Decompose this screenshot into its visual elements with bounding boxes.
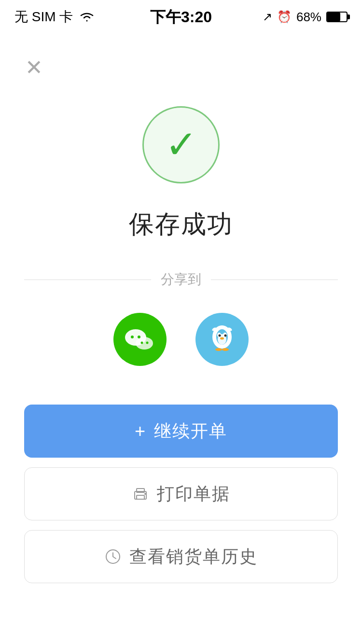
history-button[interactable]: 查看销货单历史	[24, 530, 338, 583]
wechat-icon	[123, 325, 157, 354]
svg-point-15	[222, 348, 229, 351]
success-title: 保存成功	[129, 208, 233, 241]
svg-point-11	[219, 335, 221, 337]
battery-icon	[326, 12, 348, 22]
svg-point-4	[141, 342, 143, 344]
no-sim-label: 无 SIM 卡	[14, 8, 73, 26]
status-right: ↗ ⏰ 68%	[263, 10, 348, 25]
print-label: 打印单据	[157, 482, 230, 506]
checkmark-icon: ✓	[165, 126, 197, 164]
svg-point-5	[146, 342, 149, 344]
share-section: 分享到	[24, 270, 338, 289]
print-icon	[132, 485, 149, 503]
success-circle: ✓	[142, 106, 220, 183]
svg-point-2	[131, 336, 134, 338]
share-label: 分享到	[161, 270, 201, 289]
svg-point-3	[138, 336, 140, 338]
status-left: 无 SIM 卡	[14, 8, 95, 26]
print-button[interactable]: 打印单据	[24, 467, 338, 520]
plus-icon: +	[135, 421, 146, 442]
svg-point-13	[220, 337, 224, 340]
share-line-left	[24, 280, 151, 280]
share-qq-button[interactable]	[195, 313, 249, 366]
svg-point-14	[215, 348, 222, 351]
status-time: 下午3:20	[150, 7, 212, 28]
main-content: ✓ 保存成功 分享到	[0, 87, 362, 644]
qq-icon	[208, 322, 237, 356]
alarm-icon: ⏰	[277, 10, 292, 24]
wifi-icon	[79, 11, 95, 23]
battery-percent: 68%	[296, 10, 321, 25]
svg-point-1	[136, 337, 153, 350]
location-icon: ↗	[263, 10, 272, 24]
svg-point-21	[144, 493, 146, 495]
continue-button[interactable]: + 继续开单	[24, 405, 338, 458]
close-icon: ✕	[25, 57, 43, 78]
status-bar: 无 SIM 卡 下午3:20 ↗ ⏰ 68%	[0, 0, 362, 34]
share-wechat-button[interactable]	[113, 313, 167, 366]
history-label: 查看销货单历史	[129, 545, 258, 569]
svg-point-12	[224, 335, 227, 337]
close-button[interactable]: ✕	[14, 48, 53, 87]
share-line-right	[211, 280, 338, 280]
history-icon	[104, 548, 122, 565]
svg-rect-20	[137, 495, 144, 499]
share-icons	[113, 313, 249, 366]
action-buttons: + 继续开单 打印单据 查看销货单历史	[24, 405, 338, 583]
continue-label: 继续开单	[154, 420, 227, 443]
